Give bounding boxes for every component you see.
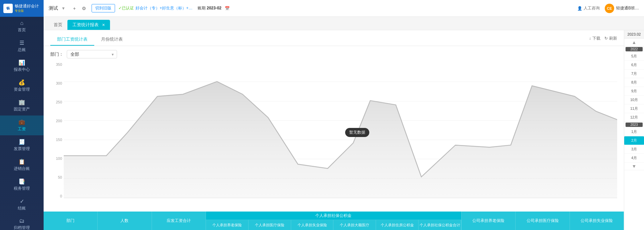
subtab-dept[interactable]: 部门工资统计表 xyxy=(50,34,94,46)
logo-icon: 畅 xyxy=(3,4,13,13)
date-item-4[interactable]: 4月 xyxy=(624,154,644,163)
date-item-1[interactable]: 1月 xyxy=(624,128,644,136)
y-label-350: 350 xyxy=(50,62,62,66)
tab-home[interactable]: 首页 xyxy=(49,20,67,30)
sidebar-item-label: 首页 xyxy=(18,27,26,33)
table-col-company-unemployment: 公司承担失业保险 xyxy=(570,212,624,230)
table-col-company-pension: 公司承担养老保险 xyxy=(462,212,516,230)
date-panel: 2023.02 ▲ 2022 5月 6月 7月 8月 9月 10月 11月 12… xyxy=(624,30,644,230)
switch-version-button[interactable]: 切到旧版 xyxy=(92,4,115,12)
sidebar-item-sales[interactable]: 📋 进销台账 xyxy=(0,155,44,175)
help-icon: 👤 xyxy=(577,6,582,11)
dept-filter-wrap: 全部 销售部 技术部 行政部 xyxy=(67,50,117,58)
settings-topbar-button[interactable]: ⚙ xyxy=(80,4,88,12)
salary-icon: 💼 xyxy=(18,119,25,125)
date-item-5[interactable]: 5月 xyxy=(624,52,644,61)
certified-tag: ✓已认证 xyxy=(118,5,134,11)
subtab-bar: 部门工资统计表 月份统计表 ↓ 下载 ↻ 刷新 xyxy=(44,30,624,46)
sidebar-item-label: 结账 xyxy=(18,205,26,211)
table-col-dept: 部门 xyxy=(44,212,98,230)
col-personal-medical: 个人承担医疗保险 xyxy=(249,220,291,230)
group-header-personal: 个人承担社保公积金 xyxy=(206,212,461,220)
tab-salary-report[interactable]: 工资统计报表 ✕ xyxy=(67,20,110,30)
logo-badge: 专业版 xyxy=(15,9,39,13)
date-nav-up-button[interactable]: ▲ xyxy=(632,40,637,45)
tabbar: 首页 工资统计报表 ✕ xyxy=(44,17,644,30)
dropdown-arrow-icon: ▼ xyxy=(61,6,65,11)
sidebar-item-label: 报表中心 xyxy=(14,67,30,73)
date-nav-up: ▲ xyxy=(624,39,644,46)
sidebar-item-label: 资金管理 xyxy=(14,87,30,92)
help-button[interactable]: 👤 人工咨询 xyxy=(577,5,600,11)
date-item-8[interactable]: 8月 xyxy=(624,78,644,87)
user-menu[interactable]: CE 轻捷通B班… xyxy=(605,4,639,13)
sales-icon: 📋 xyxy=(18,158,25,165)
sidebar-item-label: 工资 xyxy=(18,126,26,132)
y-label-200: 200 xyxy=(50,119,62,123)
sidebar-item-label: 总账 xyxy=(18,47,26,53)
sidebar-logo: 畅 畅捷通好会计 专业版 xyxy=(0,0,44,17)
filter-bar: 部门： 全部 销售部 技术部 行政部 xyxy=(44,46,624,62)
date-item-10[interactable]: 10月 xyxy=(624,96,644,104)
content-main: 部门工资统计表 月份统计表 ↓ 下载 ↻ 刷新 xyxy=(44,30,624,230)
year-2023-badge: 2023 xyxy=(626,123,643,127)
date-nav-down-button[interactable]: ▼ xyxy=(632,164,637,169)
date-item-12[interactable]: 12月 xyxy=(624,113,644,122)
chart-area: 0 50 100 150 200 250 300 350 xyxy=(44,62,624,212)
date-item-7[interactable]: 7月 xyxy=(624,70,644,78)
sidebar-item-funds[interactable]: 💰 资金管理 xyxy=(0,76,44,96)
subtab-dept-label: 部门工资统计表 xyxy=(57,37,88,42)
refresh-button[interactable]: ↻ 刷新 xyxy=(604,36,617,41)
tab-salary-label: 工资统计报表 xyxy=(72,22,99,27)
settle-icon: ✓ xyxy=(20,198,24,204)
date-item-2-active[interactable]: 2月 xyxy=(624,136,644,145)
date-item-11[interactable]: 11月 xyxy=(624,104,644,113)
period-value: 2023-02 xyxy=(207,6,221,10)
sidebar-item-ledger[interactable]: ☰ 总账 xyxy=(0,36,44,56)
sidebar-item-label: 发票管理 xyxy=(14,146,30,152)
sidebar-item-salary[interactable]: 💼 工资 xyxy=(0,116,44,135)
year-2022-badge: 2022 xyxy=(626,47,643,51)
subtab-left: 部门工资统计表 月份统计表 xyxy=(50,34,129,46)
tax-icon: 📑 xyxy=(18,178,25,185)
funds-icon: 💰 xyxy=(18,79,25,86)
sidebar-item-assets[interactable]: 🏢 固定资产 xyxy=(0,96,44,116)
sidebar-item-home[interactable]: ⌂ 首页 xyxy=(0,17,44,36)
col-personal-housing-fund: 个人承担住房公积金 xyxy=(376,220,419,230)
period-label: 账期 2023-02 xyxy=(198,5,221,11)
subtab-month[interactable]: 月份统计表 xyxy=(94,34,129,46)
y-label-150: 150 xyxy=(50,138,62,142)
username: 轻捷通B班… xyxy=(616,5,639,11)
chart-svg-wrap xyxy=(64,62,617,198)
sidebar-item-label: 固定资产 xyxy=(14,106,30,112)
sidebar-item-tax[interactable]: 📑 税务管理 xyxy=(0,175,44,195)
chart-svg xyxy=(64,62,617,198)
table-col-total-salary: 应发工资合计 xyxy=(152,212,206,230)
y-label-0: 0 xyxy=(50,194,62,198)
sidebar-item-settle[interactable]: ✓ 结账 xyxy=(0,195,44,215)
sidebar-item-archive[interactable]: 🗂 归档管理 xyxy=(0,215,44,230)
refresh-icon: ↻ xyxy=(604,36,608,41)
sidebar-item-invoice[interactable]: 🧾 发票管理 xyxy=(0,135,44,155)
topbar-right: 👤 人工咨询 CE 轻捷通B班… xyxy=(577,4,639,13)
sidebar-item-report[interactable]: 📊 报表中心 xyxy=(0,56,44,76)
y-label-300: 300 xyxy=(50,81,62,85)
dept-filter-select[interactable]: 全部 销售部 技术部 行政部 xyxy=(67,50,117,58)
refresh-label: 刷新 xyxy=(609,36,617,41)
date-item-9[interactable]: 9月 xyxy=(624,87,644,96)
archive-icon: 🗂 xyxy=(19,218,24,224)
date-item-3[interactable]: 3月 xyxy=(624,145,644,154)
home-icon: ⌂ xyxy=(20,20,23,26)
assets-icon: 🏢 xyxy=(18,99,25,105)
table-col-company-medical: 公司承担医疗保险 xyxy=(516,212,570,230)
sidebar: 畅 畅捷通好会计 专业版 ⌂ 首页 ☰ 总账 📊 报表中心 💰 资金管理 🏢 固… xyxy=(0,0,44,230)
calendar-icon[interactable]: 📅 xyxy=(225,6,230,11)
col-personal-total: 个人承担社保公积金合计 xyxy=(419,220,461,230)
bottom-table: 部门 人数 应发工资合计 个人承担社保公积金 个人承担养老保险 个人承担医疗保险… xyxy=(44,212,624,230)
tab-close-icon[interactable]: ✕ xyxy=(102,23,105,27)
add-button[interactable]: + xyxy=(70,4,78,12)
date-item-6[interactable]: 6月 xyxy=(624,61,644,70)
company-name: 测试 xyxy=(49,5,58,11)
tab-home-label: 首页 xyxy=(54,22,62,27)
download-button[interactable]: ↓ 下载 xyxy=(589,36,600,41)
